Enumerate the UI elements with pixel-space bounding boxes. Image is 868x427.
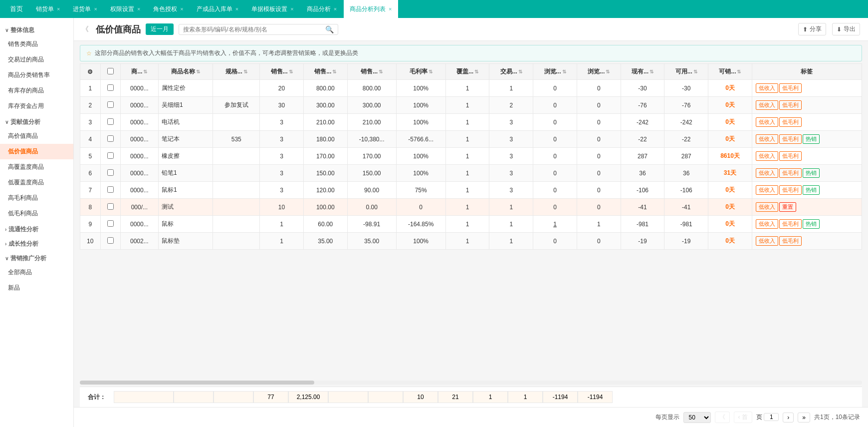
row-checkbox[interactable] — [107, 220, 114, 227]
nav-sales-close[interactable]: × — [57, 6, 60, 12]
td-view1[interactable]: 1 — [533, 216, 577, 233]
td-days: 0天 — [708, 216, 752, 233]
th-view2[interactable]: 浏览...⇅ — [577, 64, 621, 80]
next-page-btn[interactable]: › — [783, 413, 794, 423]
sidebar-item-high-value[interactable]: 高价值商品 — [0, 128, 73, 144]
td-checkbox[interactable] — [100, 216, 120, 233]
sidebar-group-marketing[interactable]: ∨ 营销推广分析 — [0, 250, 73, 265]
th-checkbox[interactable] — [100, 64, 120, 80]
th-cover[interactable]: 覆盖...⇅ — [445, 64, 489, 80]
horizontal-scrollbar[interactable] — [80, 381, 862, 385]
row-checkbox[interactable] — [107, 101, 114, 108]
sidebar-item-all-goods[interactable]: 全部商品 — [0, 265, 73, 280]
td-checkbox[interactable] — [100, 165, 120, 182]
share-btn[interactable]: ⬆ 分享 — [798, 23, 826, 35]
td-view1[interactable]: 0 — [533, 165, 577, 182]
row-checkbox[interactable] — [107, 237, 114, 244]
sidebar-item-category-sales[interactable]: 商品分类销售率 — [0, 67, 73, 83]
td-checkbox[interactable] — [100, 97, 120, 114]
sidebar-item-low-coverage[interactable]: 低覆盖度商品 — [0, 175, 73, 190]
sidebar-group-flow[interactable]: › 流通性分析 — [0, 221, 73, 236]
nav-permission-close[interactable]: × — [137, 6, 140, 12]
nav-instock[interactable]: 产成品入库单 × — [191, 0, 244, 18]
th-tags[interactable]: 标签 — [752, 64, 862, 80]
sidebar-item-high-profit[interactable]: 高毛利商品 — [0, 190, 73, 206]
sidebar-item-traded-goods[interactable]: 交易过的商品 — [0, 52, 73, 67]
td-checkbox[interactable] — [100, 131, 120, 148]
td-checkbox[interactable] — [100, 233, 120, 250]
sidebar-item-low-profit[interactable]: 低毛利商品 — [0, 206, 73, 221]
th-trade[interactable]: 交易...⇅ — [489, 64, 533, 80]
td-view1[interactable]: 0 — [533, 97, 577, 114]
nav-analysis-list[interactable]: 商品分析列表 × — [344, 0, 398, 18]
th-code[interactable]: 商...⇅ — [120, 64, 158, 80]
td-view1[interactable]: 0 — [533, 148, 577, 165]
nav-sales[interactable]: 销货单 × — [30, 0, 66, 18]
first-page-btn[interactable]: 《 — [715, 412, 730, 423]
sidebar-group-contribution[interactable]: ∨ 贡献值分析 — [0, 114, 73, 128]
filter-recent-month-btn[interactable]: 近一月 — [146, 23, 174, 35]
sidebar-item-stock-goods[interactable]: 有库存的商品 — [0, 83, 73, 98]
th-stock2[interactable]: 可用...⇅ — [664, 64, 708, 80]
row-checkbox[interactable] — [107, 169, 114, 176]
td-view1[interactable]: 0 — [533, 80, 577, 97]
nav-permission[interactable]: 权限设置 × — [104, 0, 146, 18]
row-checkbox[interactable] — [107, 84, 114, 91]
th-sale1[interactable]: 销售...⇅ — [260, 64, 304, 80]
sidebar-item-new-goods[interactable]: 新品 — [0, 280, 73, 296]
td-checkbox[interactable] — [100, 199, 120, 216]
sidebar-item-sales-goods[interactable]: 销售类商品 — [0, 36, 73, 52]
td-view1[interactable]: 0 — [533, 182, 577, 199]
page-size-select[interactable]: 50 100 200 — [683, 412, 711, 423]
th-spec[interactable]: 规格...⇅ — [213, 64, 260, 80]
nav-template-close[interactable]: × — [290, 6, 293, 12]
export-btn[interactable]: ⬇ 导出 — [832, 23, 860, 35]
row-checkbox[interactable] — [107, 203, 114, 210]
scrollbar-thumb[interactable] — [80, 381, 314, 385]
th-gross[interactable]: 毛利率⇅ — [396, 64, 445, 80]
last-page-btn[interactable]: » — [798, 413, 810, 423]
td-view1[interactable]: 0 — [533, 131, 577, 148]
nav-role-close[interactable]: × — [180, 6, 183, 12]
th-stock1[interactable]: 现有...⇅ — [621, 64, 664, 80]
td-checkbox[interactable] — [100, 148, 120, 165]
search-icon[interactable]: 🔍 — [325, 25, 334, 33]
nav-home[interactable]: 首页 — [4, 0, 29, 18]
sidebar-item-low-value[interactable]: 低价值商品 — [0, 144, 73, 159]
nav-role[interactable]: 角色授权 × — [147, 0, 189, 18]
nav-analysis-list-close[interactable]: × — [389, 6, 392, 12]
row-checkbox[interactable] — [107, 135, 114, 142]
nav-purchase-close[interactable]: × — [94, 6, 97, 12]
row-checkbox[interactable] — [107, 118, 114, 125]
view1-link[interactable]: 1 — [553, 221, 557, 228]
td-view1[interactable]: 0 — [533, 114, 577, 131]
select-all-checkbox[interactable] — [107, 68, 114, 74]
sidebar-item-high-coverage[interactable]: 高覆盖度商品 — [0, 159, 73, 175]
data-table-wrapper[interactable]: ⚙ 商...⇅ 商品名称⇅ 规格...⇅ 销售...⇅ 销售...⇅ 销售...… — [80, 63, 862, 380]
page-number-input[interactable] — [764, 413, 779, 421]
th-view1[interactable]: 浏览...⇅ — [533, 64, 577, 80]
nav-purchase[interactable]: 进货单 × — [67, 0, 103, 18]
sidebar-group-overview[interactable]: ∨ 整体信息 — [0, 22, 73, 36]
nav-analysis-close[interactable]: × — [334, 6, 337, 12]
th-sale3[interactable]: 销售...⇅ — [347, 64, 396, 80]
nav-template[interactable]: 单据模板设置 × — [245, 0, 299, 18]
row-checkbox[interactable] — [107, 186, 114, 193]
td-checkbox[interactable] — [100, 182, 120, 199]
th-settings[interactable]: ⚙ — [80, 64, 101, 80]
th-name[interactable]: 商品名称⇅ — [159, 64, 213, 80]
td-view1[interactable]: 0 — [533, 199, 577, 216]
row-checkbox[interactable] — [107, 152, 114, 159]
th-sale2[interactable]: 销售...⇅ — [303, 64, 347, 80]
td-view1[interactable]: 0 — [533, 233, 577, 250]
th-days[interactable]: 可销...⇅ — [708, 64, 752, 80]
nav-analysis[interactable]: 商品分析 × — [301, 0, 343, 18]
sidebar-group-growth[interactable]: › 成长性分析 — [0, 236, 73, 250]
collapse-sidebar-btn[interactable]: 《 — [82, 25, 89, 34]
search-input[interactable] — [183, 26, 325, 33]
sidebar-item-stock-capital[interactable]: 库存资金占用 — [0, 98, 73, 114]
td-checkbox[interactable] — [100, 114, 120, 131]
nav-instock-close[interactable]: × — [235, 6, 238, 12]
td-checkbox[interactable] — [100, 80, 120, 97]
prev-page-btn[interactable]: ‹ 首 — [734, 412, 752, 423]
